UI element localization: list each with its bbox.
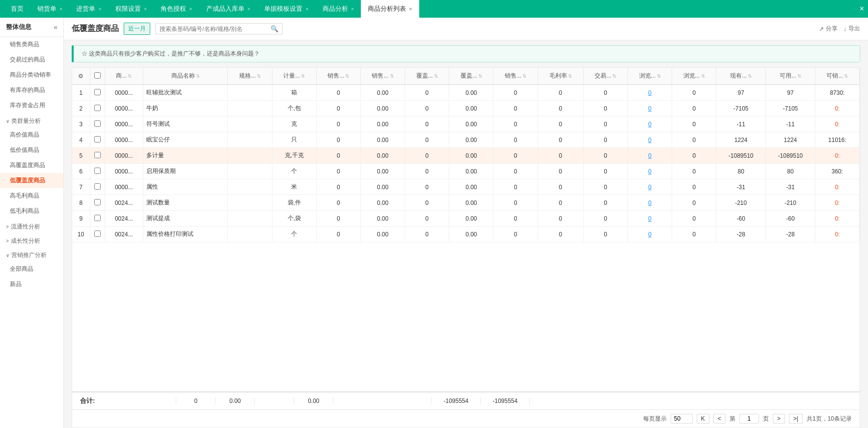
- col-sellable[interactable]: 可销...⇅: [815, 68, 859, 85]
- nav-tab-purchase[interactable]: 进货单 ×: [69, 0, 108, 18]
- cell-sale2: 0.00: [360, 195, 405, 211]
- cell-browse2: 0: [672, 132, 716, 148]
- cell-sellable: 0:: [815, 179, 859, 195]
- search-input[interactable]: [160, 26, 271, 32]
- last-page-btn[interactable]: >|: [789, 414, 803, 424]
- sidebar-group-marketing[interactable]: ∨ 营销推广分析: [0, 247, 63, 261]
- sidebar-item-traded-goods[interactable]: 交易过的商品: [0, 52, 63, 67]
- sidebar-item-high-margin[interactable]: 高毛利商品: [0, 188, 63, 203]
- sidebar-item-in-stock[interactable]: 有库存的商品: [0, 83, 63, 98]
- nav-tab-production[interactable]: 产成品入库单 ×: [199, 0, 257, 18]
- cell-no: 5: [72, 148, 90, 164]
- cell-browse1[interactable]: 0: [627, 116, 672, 132]
- row-checkbox[interactable]: [94, 215, 101, 221]
- nav-tab-purchase-close[interactable]: ×: [98, 6, 101, 12]
- cell-sale1: 0: [316, 164, 360, 179]
- sidebar-item-high-coverage[interactable]: 高覆盖度商品: [0, 158, 63, 173]
- time-filter-recent-month[interactable]: 近一月: [124, 23, 150, 35]
- nav-tab-template-close[interactable]: ×: [305, 6, 308, 12]
- select-all-checkbox[interactable]: [94, 72, 101, 79]
- page-unit: 页: [763, 415, 769, 423]
- sidebar-item-low-value[interactable]: 低价值商品: [0, 143, 63, 158]
- cell-browse1[interactable]: 0: [627, 148, 672, 164]
- col-unit[interactable]: 计量...⇅: [272, 68, 316, 85]
- nav-tab-template[interactable]: 单据模板设置 ×: [257, 0, 315, 18]
- sidebar-group-circulation[interactable]: > 流通性分析: [0, 219, 63, 233]
- col-sale3[interactable]: 销售...⇅: [493, 68, 538, 85]
- nav-tab-roles-close[interactable]: ×: [189, 6, 192, 12]
- cell-browse1[interactable]: 0: [627, 164, 672, 179]
- sidebar-item-high-value[interactable]: 高价值商品: [0, 127, 63, 143]
- cell-checkbox: [90, 85, 105, 101]
- cell-browse1[interactable]: 0: [627, 211, 672, 227]
- sidebar-collapse-btn[interactable]: «: [54, 23, 57, 31]
- nav-tab-permissions-close[interactable]: ×: [144, 6, 147, 12]
- col-settings[interactable]: ⚙: [72, 68, 90, 85]
- col-name[interactable]: 商品名称⇅: [143, 68, 228, 85]
- nav-tab-production-close[interactable]: ×: [247, 6, 250, 12]
- nav-tab-analysis-close[interactable]: ×: [351, 6, 354, 12]
- cell-browse1[interactable]: 0: [627, 195, 672, 211]
- close-all-tabs[interactable]: ×: [860, 4, 864, 13]
- sidebar-group-category[interactable]: ∨ 类群量分析: [0, 113, 63, 127]
- search-icon[interactable]: 🔍: [271, 25, 278, 32]
- col-cover2[interactable]: 覆盖...⇅: [449, 68, 493, 85]
- nav-tab-sales[interactable]: 销货单 ×: [30, 0, 69, 18]
- nav-tab-roles[interactable]: 角色授权 ×: [154, 0, 199, 18]
- page-size-select[interactable]: 50 100 200: [671, 414, 693, 424]
- sidebar-item-all-goods[interactable]: 全部商品: [0, 261, 63, 277]
- row-checkbox[interactable]: [94, 152, 101, 158]
- col-sale2[interactable]: 销售...⇅: [360, 68, 405, 85]
- prev-page-btn[interactable]: <: [713, 414, 726, 424]
- sidebar-item-stock-capital[interactable]: 库存资金占用: [0, 98, 63, 113]
- cell-trade: 0: [583, 179, 627, 195]
- cell-browse1[interactable]: 0: [627, 101, 672, 116]
- cell-available: -7105: [766, 101, 815, 116]
- row-checkbox[interactable]: [94, 105, 101, 111]
- first-page-btn[interactable]: K: [697, 414, 709, 424]
- nav-tab-permissions[interactable]: 权限设置 ×: [108, 0, 154, 18]
- content-area: 低覆盖度商品 近一月 🔍 ↗ 分享 ↓ 导出 ☆ 这类商品只有很少客户购买过，是…: [64, 18, 868, 428]
- row-checkbox[interactable]: [94, 168, 101, 174]
- cell-spec: [228, 211, 272, 227]
- export-button[interactable]: ↓ 导出: [843, 25, 860, 33]
- col-browse2[interactable]: 浏览...⇅: [672, 68, 716, 85]
- col-margin[interactable]: 毛利率⇅: [538, 68, 583, 85]
- nav-tab-analysis-list[interactable]: 商品分析列表 ×: [361, 0, 419, 18]
- footer-label: 合计:: [80, 397, 95, 405]
- col-cover1[interactable]: 覆盖...⇅: [405, 68, 449, 85]
- row-checkbox[interactable]: [94, 199, 101, 205]
- col-browse1[interactable]: 浏览...⇅: [627, 68, 672, 85]
- sidebar-item-sales-goods[interactable]: 销售类商品: [0, 37, 63, 52]
- row-checkbox[interactable]: [94, 183, 101, 190]
- cell-browse1[interactable]: 0: [627, 85, 672, 101]
- cell-checkbox: [90, 132, 105, 148]
- nav-tab-sales-close[interactable]: ×: [59, 6, 62, 12]
- row-checkbox[interactable]: [94, 120, 101, 127]
- cell-unit: 个: [272, 164, 316, 179]
- row-checkbox[interactable]: [94, 89, 101, 95]
- cell-browse1[interactable]: 0: [627, 132, 672, 148]
- row-checkbox[interactable]: [94, 230, 101, 237]
- share-button[interactable]: ↗ 分享: [819, 25, 838, 33]
- row-checkbox[interactable]: [94, 136, 101, 143]
- nav-tab-home[interactable]: 首页: [4, 0, 30, 18]
- cell-browse1[interactable]: 0: [627, 227, 672, 242]
- sidebar-item-category-rate[interactable]: 商品分类动销率: [0, 67, 63, 83]
- col-spec[interactable]: 规格...⇅: [228, 68, 272, 85]
- sidebar-group-growth[interactable]: > 成长性分析: [0, 233, 63, 247]
- sidebar-item-new-goods[interactable]: 新品: [0, 277, 63, 292]
- col-trade[interactable]: 交易...⇅: [583, 68, 627, 85]
- col-sale1[interactable]: 销售...⇅: [316, 68, 360, 85]
- col-current[interactable]: 现有...⇅: [716, 68, 766, 85]
- col-available[interactable]: 可用...⇅: [766, 68, 815, 85]
- nav-tab-analysis[interactable]: 商品分析 ×: [316, 0, 361, 18]
- cell-browse1[interactable]: 0: [627, 179, 672, 195]
- page-number-input[interactable]: [739, 414, 759, 424]
- nav-tab-analysis-list-close[interactable]: ×: [409, 6, 412, 12]
- next-page-btn[interactable]: >: [773, 414, 785, 424]
- sidebar-item-low-coverage[interactable]: 低覆盖度商品: [0, 173, 63, 188]
- sidebar-item-low-margin[interactable]: 低毛利商品: [0, 203, 63, 219]
- col-code[interactable]: 商...⇅: [105, 68, 143, 85]
- cell-no: 7: [72, 179, 90, 195]
